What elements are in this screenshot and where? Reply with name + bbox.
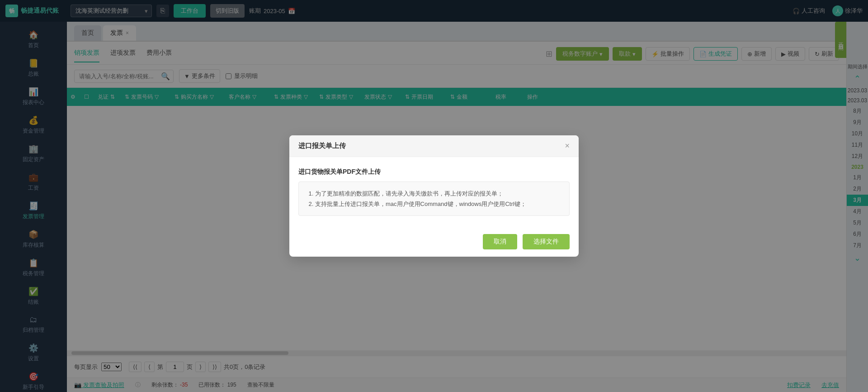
- modal-title: 进口报关单上传: [298, 142, 346, 150]
- modal-dialog: 进口报关单上传 × 进口货物报关单PDF文件上传 为了更加精准的数据匹配，请先录…: [289, 135, 579, 257]
- modal-body: 进口货物报关单PDF文件上传 为了更加精准的数据匹配，请先录入海关缴款书，再上传…: [289, 157, 579, 227]
- modal-overlay: 进口报关单上传 × 进口货物报关单PDF文件上传 为了更加精准的数据匹配，请先录…: [0, 0, 868, 392]
- modal-header: 进口报关单上传 ×: [289, 135, 579, 157]
- modal-select-file-button[interactable]: 选择文件: [523, 234, 570, 249]
- instruction-1: 为了更加精准的数据匹配，请先录入海关缴款书，再上传对应的报关单；: [315, 188, 562, 199]
- modal-cancel-button[interactable]: 取消: [483, 234, 517, 249]
- modal-close-button[interactable]: ×: [565, 142, 570, 150]
- instruction-2: 支持批量上传进口报关单，mac用户使用Command键，windows用户使用C…: [315, 199, 562, 209]
- modal-upload-title: 进口货物报关单PDF文件上传: [298, 168, 570, 176]
- modal-instructions: 为了更加精准的数据匹配，请先录入海关缴款书，再上传对应的报关单； 支持批量上传进…: [298, 182, 570, 216]
- modal-footer: 取消 选择文件: [289, 227, 579, 257]
